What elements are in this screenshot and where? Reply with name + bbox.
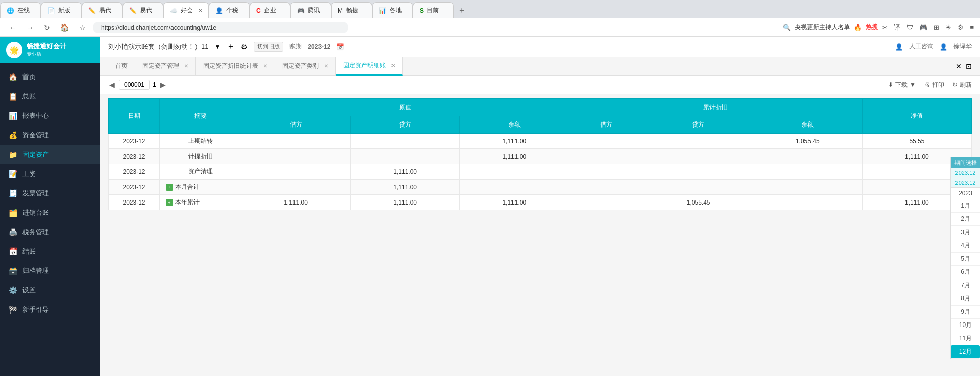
row-label-icon: + (166, 184, 173, 191)
menu-icon[interactable]: ≡ (970, 23, 974, 31)
bookmark-button[interactable]: ☆ (76, 22, 89, 33)
tab-muqian[interactable]: S 目前 (413, 2, 454, 18)
reports-nav-label: 报表中心 (22, 111, 49, 120)
tab-yidai1[interactable]: ✏️ 易代 (82, 2, 122, 18)
th-accum-balance: 余额 (753, 116, 862, 134)
browser-toolbar-icons: ✂ 译 🛡 🎮 ⊞ ☀ ⚙ ≡ (882, 23, 974, 32)
switch-button[interactable]: 切到旧版 (254, 42, 283, 52)
sidebar-item-tax[interactable]: 🖨️ 税务管理 (0, 222, 100, 242)
brightness-icon[interactable]: ☀ (945, 23, 951, 31)
new-tab-button[interactable]: ＋ (454, 2, 470, 18)
sidebar-item-reports[interactable]: 📊 报表中心 (0, 106, 100, 126)
cell-value (644, 164, 753, 180)
maximize-icon[interactable]: ⊡ (966, 62, 972, 70)
tab-qiye[interactable]: C 企业 (250, 2, 290, 18)
period-month-item[interactable]: 9月 (951, 306, 980, 319)
forward-button[interactable]: → (23, 22, 37, 33)
sidebar-item-guide[interactable]: 🏁 新手引导 (0, 300, 100, 319)
reload-button[interactable]: ↻ (41, 22, 53, 33)
tab-asset-mgmt-close[interactable]: ✕ (184, 63, 188, 69)
next-page-button[interactable]: ▶ (159, 80, 167, 90)
tab-yidai2[interactable]: ✏️ 易代 (122, 2, 163, 18)
th-orig-credit: 贷方 (351, 116, 460, 134)
tab-depreciation-stats[interactable]: 固定资产折旧统计表 ✕ (196, 57, 275, 76)
gamepad-icon[interactable]: 🎮 (919, 23, 927, 31)
sidebar-item-ledger[interactable]: 📋 总账 (0, 87, 100, 106)
period-month-item[interactable]: 6月 (951, 266, 980, 279)
tab-gedi[interactable]: 📊 各地 (372, 2, 413, 18)
period-month-item[interactable]: 2月 (951, 213, 980, 226)
sidebar-item-archive[interactable]: 🗃️ 归档管理 (0, 261, 100, 281)
sidebar-item-funds[interactable]: 💰 资金管理 (0, 126, 100, 145)
period-month-item[interactable]: 3月 (951, 226, 980, 239)
tab-asset-mgmt[interactable]: 固定资产管理 ✕ (135, 57, 196, 76)
tab-icon: 🎮 (297, 7, 305, 14)
period-month-item[interactable]: 10月 (951, 319, 980, 332)
cell-value (460, 180, 569, 195)
download-label: 下载 (895, 81, 908, 89)
shield-icon[interactable]: 🛡 (906, 23, 913, 31)
period-month-item[interactable]: 11月 (951, 332, 980, 345)
period-month-item[interactable]: 12月 (951, 345, 980, 359)
translate-icon[interactable]: 译 (894, 23, 900, 32)
tax-nav-label: 税务管理 (22, 228, 49, 237)
settings-nav-label: 设置 (22, 286, 36, 295)
tab-depreciation-stats-close[interactable]: ✕ (263, 63, 267, 69)
refresh-button[interactable]: ↻ 刷新 (952, 81, 972, 89)
sidebar-item-home[interactable]: 🏠 首页 (0, 67, 100, 87)
home-button[interactable]: 🏠 (57, 22, 72, 33)
period-month-item[interactable]: 7月 (951, 279, 980, 292)
tab-homepage[interactable]: 首页 (108, 57, 135, 76)
tab-close-icon[interactable]: ✕ (198, 8, 202, 13)
settings-icon[interactable]: ⚙ (958, 23, 964, 31)
tab-asset-detail[interactable]: 固定资产明细账 ✕ (336, 57, 403, 76)
cell-value: 55.55 (862, 134, 971, 149)
tab-geshui[interactable]: 👤 个税 (209, 2, 250, 18)
sidebar-logo: 🌟 畅捷通好会计 专业版 (0, 37, 100, 63)
ledger-nav-label: 总账 (22, 92, 36, 101)
tab-new[interactable]: 📄 新版 (41, 2, 82, 18)
cell-summary: 计提折旧 (160, 149, 241, 164)
tab-tencent[interactable]: 🎮 腾讯 (290, 2, 331, 18)
cell-value (241, 134, 351, 149)
cell-value (460, 164, 569, 180)
page-code-input[interactable] (119, 80, 150, 90)
tab-asset-category-close[interactable]: ✕ (324, 63, 328, 69)
add-account-button[interactable]: ＋ (227, 41, 235, 52)
cell-date: 2023-12 (109, 180, 160, 195)
calendar-icon[interactable]: 📅 (336, 43, 344, 51)
period-month-item[interactable]: 5月 (951, 253, 980, 266)
period-month-item[interactable]: 8月 (951, 292, 980, 306)
tab-label: 目前 (427, 6, 439, 15)
tab-asset-detail-close[interactable]: ✕ (391, 63, 395, 68)
sidebar-item-assets[interactable]: 📁 固定资产 (0, 145, 100, 164)
scissors-icon[interactable]: ✂ (882, 23, 888, 31)
period-panel: 期间选择 2023.12 2023.12 20231月2月3月4月5月6月7月8… (950, 157, 980, 359)
settings-account-button[interactable]: ⚙ (241, 43, 248, 51)
download-button[interactable]: ⬇ 下载 ▼ (888, 81, 916, 89)
help-label[interactable]: 人工咨询 (909, 42, 934, 51)
sidebar-item-close[interactable]: 📅 结账 (0, 242, 100, 261)
user-label[interactable]: 徐译华 (953, 42, 972, 51)
tab-online[interactable]: 🌐 在线 (0, 2, 41, 18)
period-month-item[interactable]: 2023 (951, 188, 980, 199)
print-button[interactable]: 🖨 打印 (924, 81, 944, 89)
tab-haokuai[interactable]: ☁️ 好会 ✕ (163, 2, 209, 18)
period-month-item[interactable]: 1月 (951, 199, 980, 213)
sidebar-item-sales[interactable]: 🗂️ 进销台账 (0, 203, 100, 222)
close-all-icon[interactable]: ✕ (955, 62, 962, 70)
address-input[interactable] (93, 22, 348, 33)
guide-nav-icon: 🏁 (8, 305, 17, 314)
tab-asset-category[interactable]: 固定资产类别 ✕ (275, 57, 336, 76)
sidebar-item-settings[interactable]: ⚙️ 设置 (0, 281, 100, 300)
main-content: 刘小艳演示账套（勿删勿动！）11 ▼ ＋ ⚙ 切到旧版 账期 2023-12 📅… (100, 37, 980, 376)
grid-icon[interactable]: ⊞ (934, 23, 939, 31)
sidebar-item-payroll[interactable]: 📝 工资 (0, 164, 100, 184)
back-button[interactable]: ← (6, 22, 19, 33)
sidebar-item-invoice[interactable]: 🧾 发票管理 (0, 184, 100, 203)
header-actions: 👤 人工咨询 👤 徐译华 (895, 42, 972, 51)
prev-page-button[interactable]: ◀ (108, 80, 116, 90)
period-month-item[interactable]: 4月 (951, 239, 980, 253)
tab-changjie[interactable]: M 畅捷 (331, 2, 372, 18)
logo-name: 畅捷通好会计 (27, 42, 66, 51)
